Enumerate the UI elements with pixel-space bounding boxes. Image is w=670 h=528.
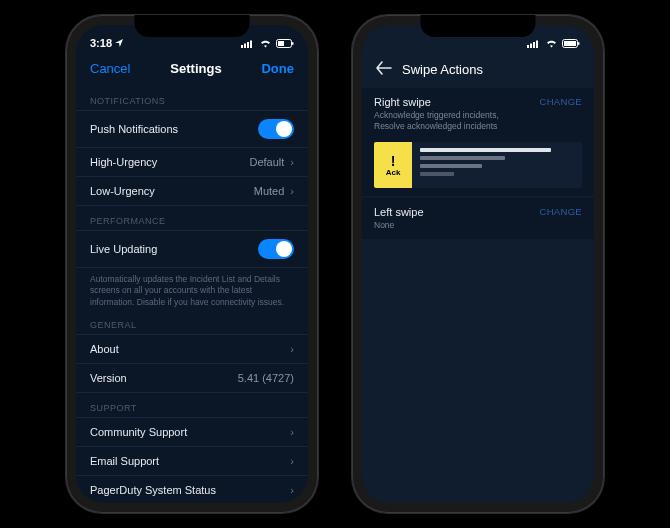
row-email-support[interactable]: Email Support › (76, 446, 308, 475)
chevron-right-icon: › (290, 426, 294, 438)
live-updating-desc: Automatically updates the Incident List … (76, 268, 308, 310)
section-header-general: GENERAL (76, 310, 308, 334)
status-time (376, 37, 379, 49)
row-value: Default (249, 156, 284, 168)
row-label: Email Support (90, 455, 159, 467)
svg-rect-7 (527, 45, 529, 48)
ack-label: Ack (386, 168, 401, 177)
left-swipe-title: Left swipe (374, 206, 424, 218)
settings-screen: 3:18 Cancel Settings Done (76, 25, 308, 503)
battery-icon (562, 39, 580, 48)
section-header-notifications: NOTIFICATIONS (76, 86, 308, 110)
right-swipe-block: Right swipe Acknowledge triggered incide… (362, 88, 594, 196)
svg-rect-8 (530, 43, 532, 48)
preview-line (420, 172, 454, 176)
chevron-right-icon: › (290, 156, 294, 168)
signal-icon (241, 39, 255, 48)
live-toggle[interactable] (258, 239, 294, 259)
ack-action: ! Ack (374, 142, 412, 188)
right-change-button[interactable]: CHANGE (540, 96, 582, 107)
row-value: 5.41 (4727) (238, 372, 294, 384)
page-title: Swipe Actions (402, 62, 483, 77)
row-version: Version 5.41 (4727) (76, 363, 308, 393)
svg-rect-9 (533, 42, 535, 48)
section-header-support: SUPPORT (76, 393, 308, 417)
preview-line (420, 156, 505, 160)
row-label: Community Support (90, 426, 187, 438)
swipe-preview: ! Ack (374, 142, 582, 188)
chevron-right-icon: › (290, 484, 294, 496)
row-community-support[interactable]: Community Support › (76, 417, 308, 446)
svg-rect-12 (564, 41, 576, 46)
row-high-urgency[interactable]: High-Urgency Default › (76, 147, 308, 176)
chevron-right-icon: › (290, 185, 294, 197)
notch (421, 15, 536, 37)
incident-preview (412, 142, 582, 188)
clock-text: 3:18 (90, 37, 112, 49)
section-header-performance: PERFORMANCE (76, 206, 308, 230)
page-title: Settings (170, 61, 221, 76)
svg-rect-6 (292, 42, 294, 45)
row-live-updating[interactable]: Live Updating (76, 230, 308, 268)
row-label: Live Updating (90, 243, 157, 255)
navbar: Swipe Actions (362, 55, 594, 88)
phone-left: 3:18 Cancel Settings Done (66, 15, 318, 513)
signal-icon (527, 39, 541, 48)
svg-rect-2 (247, 42, 249, 48)
svg-rect-0 (241, 45, 243, 48)
status-time: 3:18 (90, 37, 123, 49)
wifi-icon (545, 39, 558, 48)
preview-line (420, 164, 482, 168)
row-label: Version (90, 372, 127, 384)
push-toggle[interactable] (258, 119, 294, 139)
done-button[interactable]: Done (261, 61, 294, 76)
row-label: PagerDuty System Status (90, 484, 216, 496)
back-button[interactable] (376, 61, 392, 78)
left-change-button[interactable]: CHANGE (540, 206, 582, 217)
right-swipe-sub: Acknowledge triggered incidents, Resolve… (374, 110, 499, 132)
svg-rect-13 (578, 42, 580, 45)
row-system-status[interactable]: PagerDuty System Status › (76, 475, 308, 503)
chevron-right-icon: › (290, 343, 294, 355)
row-label: High-Urgency (90, 156, 157, 168)
notch (135, 15, 250, 37)
right-swipe-title: Right swipe (374, 96, 499, 108)
swipe-screen: Swipe Actions Right swipe Acknowledge tr… (362, 25, 594, 503)
left-swipe-block: Left swipe None CHANGE (362, 198, 594, 239)
svg-rect-10 (536, 40, 538, 48)
row-label: Push Notifications (90, 123, 178, 135)
row-low-urgency[interactable]: Low-Urgency Muted › (76, 176, 308, 206)
row-label: Low-Urgency (90, 185, 155, 197)
cancel-button[interactable]: Cancel (90, 61, 130, 76)
svg-rect-3 (250, 40, 252, 48)
exclamation-icon: ! (391, 154, 396, 168)
location-icon (115, 39, 123, 47)
row-label: About (90, 343, 119, 355)
preview-line (420, 148, 551, 152)
phone-right: Swipe Actions Right swipe Acknowledge tr… (352, 15, 604, 513)
svg-rect-5 (278, 41, 284, 46)
row-value: Muted (254, 185, 285, 197)
battery-icon (276, 39, 294, 48)
svg-rect-1 (244, 43, 246, 48)
wifi-icon (259, 39, 272, 48)
row-push-notifications[interactable]: Push Notifications (76, 110, 308, 147)
chevron-right-icon: › (290, 455, 294, 467)
row-about[interactable]: About › (76, 334, 308, 363)
navbar: Cancel Settings Done (76, 55, 308, 86)
left-swipe-sub: None (374, 220, 424, 231)
